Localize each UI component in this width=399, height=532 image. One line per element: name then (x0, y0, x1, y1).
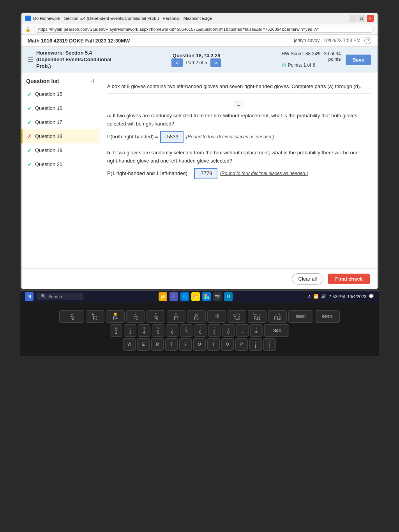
sidebar-label-q17: Question 17 (35, 119, 62, 125)
camera-icon[interactable]: 📷 (213, 292, 222, 301)
key-p[interactable]: P (235, 338, 248, 351)
close-button[interactable]: ✕ (367, 15, 374, 22)
edge-icon[interactable]: 🌐 (180, 292, 189, 301)
search-placeholder: Search (48, 294, 62, 299)
save-button[interactable]: Save (346, 55, 371, 65)
key-u[interactable]: U (193, 338, 206, 351)
part-b-round-note: (Round to four decimal places as needed.… (220, 170, 308, 177)
key-f7[interactable]: ⊡F7 (167, 310, 185, 323)
part-b-answer-line: P(1 right-handed and 1 left-handed) = .7… (107, 168, 370, 179)
key-f8[interactable]: 🖨F8 (187, 310, 206, 323)
key-f12[interactable]: endF12 (268, 310, 287, 323)
key-4[interactable]: $4 (138, 324, 150, 337)
sidebar-item-q19[interactable]: ✔ Question 19 (21, 143, 99, 157)
final-check-button[interactable]: Final check (328, 274, 370, 284)
key-minus[interactable]: _- (236, 324, 249, 337)
part-a-answer-line: P(both right-handed) = .5833 (Round to f… (107, 131, 370, 143)
key-i[interactable]: I (207, 338, 220, 351)
dell-icon[interactable]: D (224, 292, 233, 301)
key-r[interactable]: R (151, 338, 164, 351)
sidebar-item-q16[interactable]: ✔ Question 16 (21, 101, 99, 115)
sidebar-collapse-icon[interactable]: ⊣ (90, 78, 94, 84)
question-nav: Question 18, *4.2.29 < Part 2 of 5 > (115, 53, 278, 67)
key-f3[interactable]: ▶⏸F3 (86, 310, 104, 323)
restore-button[interactable]: □ (358, 15, 365, 22)
key-f6[interactable]: ⊡F6 (147, 310, 165, 323)
key-f10[interactable]: prt scF10 (228, 310, 246, 323)
key-o[interactable]: O (221, 338, 234, 351)
part-b-answer[interactable]: .7778 (194, 168, 217, 179)
key-2[interactable]: @2 (110, 324, 122, 337)
key-3[interactable]: #3 (124, 324, 136, 337)
key-f11[interactable]: homeF11 (248, 310, 267, 323)
part-a-answer[interactable]: .5833 (160, 131, 184, 143)
store-icon[interactable]: 🏪 (202, 292, 211, 301)
wifi-icon: 📶 (313, 294, 319, 299)
key-f4[interactable]: 🌞F4 (106, 310, 125, 323)
keyboard-area: ◄F2 ▶⏸F3 🌞F4 ✦F5 ⊡F6 ⊡F7 🖨F8 F9 prt scF1… (20, 302, 379, 356)
key-9[interactable]: (9 (208, 324, 221, 337)
sidebar-item-q17[interactable]: ✔ Question 17 (21, 115, 99, 129)
username: jerilyn savoy (294, 38, 320, 43)
sidebar-item-q20[interactable]: ✔ Question 20 (21, 157, 99, 171)
browser-title-bar: Do Homework - Section 5.4 (Dependent Eve… (21, 13, 378, 24)
minimize-button[interactable]: — (350, 15, 357, 22)
key-insert[interactable]: insert (288, 310, 313, 323)
key-open-bracket[interactable]: {[ (249, 338, 262, 351)
bottom-bar: Clear all Final check (21, 268, 378, 289)
expand-button[interactable]: ... (234, 101, 243, 107)
key-delete[interactable]: delete (315, 310, 340, 323)
lock-icon: 🔒 (25, 27, 31, 32)
partial-icon-q18: ✗ (27, 133, 32, 140)
keyboard-num-row: @2 #3 $4 %5 ^6 &7 *8 (9 )0 _- += back (24, 324, 375, 337)
part-a-round-note: (Round to four decimal places as needed.… (186, 133, 274, 141)
hw-score: HW Score: 88.24%, 30 of 34 (282, 51, 341, 57)
datetime: 10/04/23 7:53 PM (323, 38, 360, 43)
next-question-button[interactable]: > (210, 58, 221, 67)
sidebar-label-q15: Question 15 (35, 91, 62, 97)
help-icon[interactable]: ? (364, 37, 371, 44)
browser-favicon (25, 16, 31, 21)
hw-score-sub: points (282, 57, 341, 62)
main-content: Question list ⊣ ✔ Question 15 ✔ Question… (21, 73, 378, 268)
prev-question-button[interactable]: < (171, 58, 182, 67)
key-backspace[interactable]: back (264, 324, 289, 337)
windows-start-icon[interactable]: ⊞ (25, 292, 34, 301)
key-w[interactable]: W (123, 338, 136, 351)
key-e[interactable]: E (137, 338, 150, 351)
part-a-text: If two gloves are randomly selected from… (107, 113, 357, 127)
clear-all-button[interactable]: Clear all (292, 273, 324, 285)
key-f9[interactable]: F9 (207, 310, 226, 323)
system-tray-arrow[interactable]: ∧ (308, 294, 311, 299)
sidebar-item-q15[interactable]: ✔ Question 15 (21, 87, 99, 101)
key-t[interactable]: T (165, 338, 178, 351)
key-6[interactable]: ^6 (166, 324, 178, 337)
part-b-label: b. (107, 150, 112, 156)
key-5[interactable]: %5 (152, 324, 164, 337)
part-b-section: b. If two gloves are randomly selected f… (107, 149, 370, 179)
key-f2[interactable]: ◄F2 (59, 310, 84, 323)
files-icon[interactable]: 📂 (191, 292, 200, 301)
teams-icon[interactable]: T (169, 292, 178, 301)
taskbar-search[interactable]: 🔍 Search (37, 293, 83, 300)
menu-icon[interactable]: ☰ (28, 56, 33, 64)
key-f5[interactable]: ✦F5 (126, 310, 145, 323)
part-a-section: a. If two gloves are randomly selected f… (107, 112, 370, 142)
check-icon-q15: ✔ (27, 91, 32, 97)
part-a-equation-prefix: P(both right-handed) = (107, 133, 158, 141)
notification-icon[interactable]: 💬 (369, 294, 374, 299)
key-8[interactable]: *8 (194, 324, 207, 337)
key-7[interactable]: &7 (180, 324, 192, 337)
problem-statement: A box of 9 gloves contains two left-hand… (107, 80, 370, 94)
score-block: HW Score: 88.24%, 30 of 34 points ⊘ Poin… (282, 51, 341, 68)
check-icon-q16: ✔ (27, 105, 32, 111)
key-0[interactable]: )0 (222, 324, 235, 337)
key-y[interactable]: Y (179, 338, 192, 351)
sidebar-item-q18[interactable]: ✗ Question 18 (21, 129, 99, 143)
sidebar-label-q19: Question 19 (35, 147, 62, 153)
file-explorer-icon[interactable]: 📁 (159, 292, 167, 301)
taskbar-time: 7:53 PM (329, 294, 345, 299)
url-input[interactable] (34, 26, 374, 33)
key-equals[interactable]: += (250, 324, 263, 337)
key-close-bracket[interactable]: }] (263, 338, 276, 351)
